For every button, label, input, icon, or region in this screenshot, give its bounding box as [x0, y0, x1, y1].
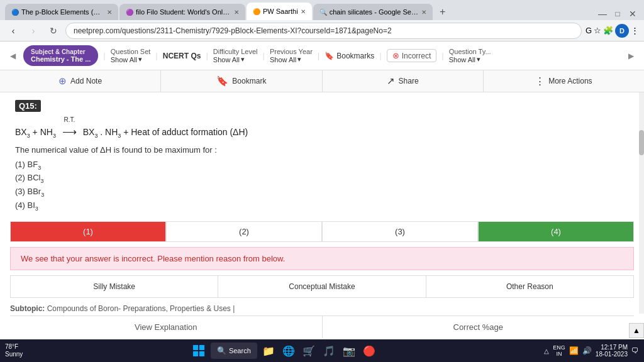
maximize-button[interactable]: □ — [611, 9, 624, 18]
close-button[interactable]: ✕ — [626, 9, 639, 19]
prev-year-filter[interactable]: Previous Year Show All ▾ — [270, 48, 313, 63]
minimize-button[interactable]: — — [596, 9, 609, 19]
refresh-button[interactable]: ↻ — [45, 23, 62, 39]
temperature: 78°F — [5, 343, 23, 351]
tab-pw-saarthi[interactable]: 🟠 PW Saarthi ✕ — [247, 3, 312, 20]
tab-pblock[interactable]: 🔵 The p-Block Elements (XI) Chem... ✕ — [5, 4, 118, 20]
share-button[interactable]: ↗ Share — [323, 70, 484, 92]
tab-close[interactable]: ✕ — [234, 9, 239, 16]
wifi-icon: 📶 — [569, 346, 579, 355]
start-button[interactable] — [189, 341, 208, 360]
scrollbar-thumb[interactable] — [639, 130, 644, 155]
forward-button[interactable]: › — [25, 23, 42, 39]
divider5: | — [318, 51, 319, 60]
divider7: | — [441, 51, 443, 60]
new-tab-button[interactable]: + — [434, 4, 452, 20]
answer-option-1[interactable]: (1) — [10, 221, 166, 242]
scrollbar[interactable] — [639, 92, 644, 314]
conceptual-mistake-option[interactable]: Conceptual Mistake — [218, 276, 426, 297]
toolbar-scroll-left[interactable]: ◀ — [8, 52, 18, 60]
address-text: neetprep.com/questions/2311-Chemistry/79… — [74, 26, 392, 35]
bookmarks-label: Bookmarks — [336, 52, 374, 60]
question-number: Q15: — [15, 100, 41, 112]
bookmark-button[interactable]: 🔖 Bookmark — [161, 70, 322, 92]
google-icon: G — [586, 26, 592, 35]
share-icon: ↗ — [387, 75, 395, 87]
view-explanation-button[interactable]: View Explanation — [10, 316, 323, 338]
more-actions-icon: ⋮ — [535, 75, 545, 87]
other-reason-option[interactable]: Other Reason — [426, 276, 633, 297]
up-arrow-icon[interactable]: △ — [544, 348, 549, 354]
profile-icon[interactable]: D — [615, 24, 629, 38]
taskbar-store[interactable]: 🛒 — [300, 342, 318, 359]
toolbar-scroll-right[interactable]: ▶ — [626, 52, 636, 60]
browser-tabs: 🔵 The p-Block Elements (XI) Chem... ✕ 🟣 … — [0, 0, 644, 20]
question-type-filter[interactable]: Question Ty... Show All ▾ — [449, 48, 491, 63]
question-area: Q15: BX3 + NH3 R.T. ⟶ BX3 . NH3 + Heat o… — [0, 92, 644, 221]
correct-percentage-button[interactable]: Correct %age — [323, 316, 635, 338]
taskbar-camera[interactable]: 📷 — [340, 342, 358, 359]
browser-action-buttons: G ☆ 🧩 D ⋮ — [586, 24, 639, 38]
add-note-label: Add Note — [70, 77, 102, 85]
tab-filo[interactable]: 🟣 filo Filo Student: World's Only Live I… — [119, 4, 245, 20]
tab-close[interactable]: ✕ — [421, 9, 426, 16]
divider1: | — [103, 51, 105, 60]
page-toolbar: ◀ Subject & Chapter Chemistry - The ... … — [0, 41, 644, 70]
back-button[interactable]: ‹ — [5, 23, 21, 39]
clock: 12:17 PM 18-01-2023 — [596, 344, 628, 358]
extension-icon[interactable]: 🧩 — [603, 26, 613, 35]
notification-icon[interactable]: 🗨 — [631, 346, 639, 355]
add-note-icon: ⊕ — [58, 75, 67, 87]
svg-rect-2 — [193, 351, 198, 356]
difficulty-label: Difficulty Level — [213, 48, 258, 55]
tab-label: chain silicates - Google Search — [330, 8, 419, 16]
condition: Sunny — [5, 351, 23, 358]
tab-favicon: 🔍 — [319, 9, 327, 16]
add-note-button[interactable]: ⊕ Add Note — [0, 70, 161, 92]
mistake-options: Silly Mistake Conceptual Mistake Other R… — [10, 275, 634, 298]
feedback-message: We see that your answer is incorrect. Pl… — [21, 254, 285, 263]
incorrect-label: Incorrect — [402, 52, 431, 60]
settings-icon[interactable]: ⋮ — [631, 26, 639, 35]
language-indicator: ENG IN — [553, 344, 565, 357]
answer-option-3[interactable]: (3) — [322, 221, 478, 242]
volume-icon: 🔊 — [582, 346, 592, 355]
search-icon: 🔍 — [217, 346, 226, 355]
taskbar-music[interactable]: 🎵 — [320, 342, 338, 359]
time-display: 12:17 PM — [596, 344, 628, 351]
taskbar-browser[interactable]: 🌐 — [280, 342, 297, 359]
scroll-up-button[interactable]: ▲ — [629, 323, 644, 338]
tab-google-search[interactable]: 🔍 chain silicates - Google Search ✕ — [313, 4, 433, 20]
option-4: (4) BI3 — [15, 200, 629, 212]
bottom-actions: View Explanation Correct %age — [10, 315, 634, 338]
tab-favicon: 🟠 — [253, 8, 260, 15]
answer-option-2[interactable]: (2) — [166, 221, 322, 242]
more-actions-button[interactable]: ⋮ More Actions — [484, 70, 644, 92]
subject-chapter-filter[interactable]: Subject & Chapter Chemistry - The ... — [23, 45, 98, 66]
taskbar-chrome[interactable]: 🔴 — [360, 342, 378, 359]
silly-mistake-option[interactable]: Silly Mistake — [11, 276, 218, 297]
question-type-label: Question Ty... — [449, 48, 491, 55]
question-set-label: Question Set — [111, 48, 151, 55]
bookmark-action-icon: 🔖 — [216, 75, 228, 87]
ncert-filter[interactable]: NCERT Qs — [163, 52, 201, 60]
bookmarks-filter[interactable]: 🔖 Bookmarks — [325, 52, 374, 60]
answer-option-4[interactable]: (4) — [478, 221, 634, 242]
x-circle-icon: ⊗ — [392, 51, 399, 60]
address-bar[interactable]: neetprep.com/questions/2311-Chemistry/79… — [65, 23, 582, 39]
taskbar-left: 78°F Sunny — [5, 343, 23, 358]
window-controls[interactable]: — □ ✕ — [596, 9, 639, 20]
star-icon[interactable]: ☆ — [594, 26, 601, 35]
incorrect-filter[interactable]: ⊗ Incorrect — [387, 49, 437, 62]
question-set-filter[interactable]: Question Set Show All ▾ — [111, 48, 151, 63]
tab-label: PW Saarthi — [263, 8, 298, 15]
search-button[interactable]: 🔍 Search — [211, 343, 257, 359]
subtopic-value: Compounds of Boron- Preparations, Proper… — [47, 304, 235, 313]
tab-close[interactable]: ✕ — [301, 8, 306, 15]
prev-year-value: Show All ▾ — [270, 55, 313, 63]
difficulty-filter[interactable]: Difficulty Level Show All ▾ — [213, 48, 258, 63]
taskbar-file-explorer[interactable]: 📁 — [260, 342, 277, 359]
bookmark-label: Bookmark — [232, 77, 266, 85]
tab-close[interactable]: ✕ — [107, 9, 112, 16]
option-2: (2) BCl3 — [15, 173, 629, 184]
